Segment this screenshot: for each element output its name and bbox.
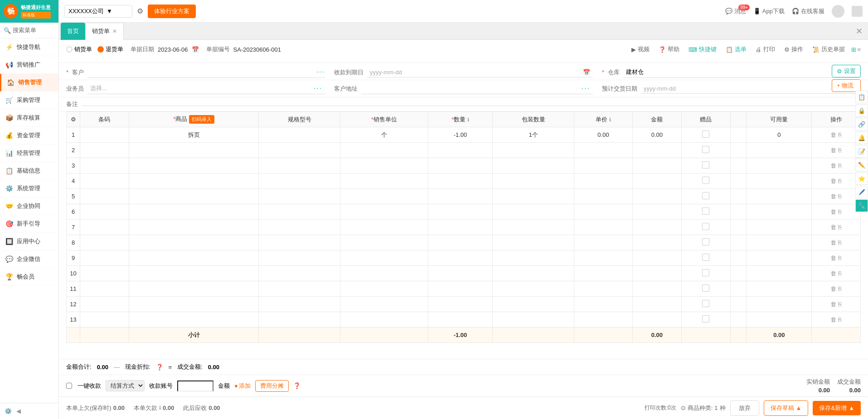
copy-icon-1[interactable]: ⎘ <box>838 131 842 138</box>
gift-checkbox[interactable] <box>702 161 709 169</box>
delete-icon[interactable]: 🗑 <box>830 193 836 200</box>
delete-icon[interactable]: 🗑 <box>830 301 836 308</box>
sidebar-collapse-btn[interactable]: ◀ <box>16 408 21 414</box>
radio-sale[interactable]: 销货单 <box>66 45 92 53</box>
abandon-btn[interactable]: 放弃 <box>730 400 759 416</box>
calendar-icon[interactable]: 📅 <box>192 46 199 53</box>
operate-btn[interactable]: ⚙ 操作 <box>781 44 806 54</box>
online-service-btn[interactable]: 🎧 在线客服 <box>792 7 824 15</box>
user-avatar[interactable] <box>832 5 844 18</box>
right-tool-9[interactable]: 🔧 <box>855 199 868 212</box>
radio-return[interactable]: 退货单 <box>97 45 123 53</box>
gift-checkbox[interactable] <box>702 269 709 276</box>
right-tool-6[interactable]: ✏️ <box>855 159 868 171</box>
delete-icon[interactable]: 🗑 <box>830 239 836 246</box>
save-new-btn[interactable]: 保存&新增 ▲ <box>813 401 861 415</box>
sidebar-item-appstore[interactable]: 🔲 应用中心 <box>0 233 58 250</box>
sidebar-item-guide[interactable]: 🎯 新手引导 <box>0 215 58 233</box>
row-product-1[interactable]: 拆页 <box>129 127 259 143</box>
right-tool-7[interactable]: ⭐ <box>855 172 868 185</box>
copy-icon[interactable]: ⎘ <box>838 301 842 308</box>
copy-icon[interactable]: ⎘ <box>838 224 842 231</box>
debt-help-icon[interactable]: ℹ <box>159 405 161 411</box>
sidebar-item-wechat[interactable]: 💬 企业微信 <box>0 250 58 268</box>
close-all-icon[interactable]: ✕ <box>856 27 863 36</box>
add-btn[interactable]: ● 添加 <box>234 382 251 390</box>
sidebar-item-sales[interactable]: 🏠 销售管理 <box>0 74 58 92</box>
video-btn[interactable]: ▶ 视频 <box>629 44 652 54</box>
company-selector[interactable]: XXXXXX公司 ▼ <box>64 5 132 18</box>
sidebar-item-basic[interactable]: 📋 基础信息 <box>0 162 58 180</box>
row-qty-1[interactable]: -1.00 <box>428 127 493 143</box>
right-tool-8[interactable]: 🖊️ <box>855 186 868 198</box>
delete-icon[interactable]: 🗑 <box>830 162 836 169</box>
gift-checkbox[interactable] <box>702 207 709 215</box>
history-btn[interactable]: 📜 历史单据 <box>810 44 848 54</box>
date-value[interactable]: 2023-06-06 <box>158 46 188 53</box>
gift-checkbox[interactable] <box>702 238 709 246</box>
salesman-input[interactable]: 选择... ··· <box>87 83 325 94</box>
delete-icon[interactable]: 🗑 <box>830 208 836 215</box>
copy-icon[interactable]: ⎘ <box>838 270 842 277</box>
gift-checkbox[interactable] <box>702 192 709 199</box>
app-download-btn[interactable]: 📱 App下载 <box>753 7 785 15</box>
sidebar-search[interactable]: 🔍 搜索菜单 <box>0 23 58 39</box>
customer-input[interactable]: ··· <box>87 67 325 78</box>
row-spec-1[interactable] <box>259 127 340 143</box>
sidebar-item-inventory[interactable]: 📦 库存核算 <box>0 109 58 127</box>
shortcut-btn[interactable]: ⌨ 快捷键 <box>686 44 719 54</box>
delete-icon[interactable]: 🗑 <box>830 316 836 323</box>
copy-icon[interactable]: ⎘ <box>838 316 842 323</box>
select-btn[interactable]: 📋 选单 <box>723 44 749 54</box>
row-unit-1[interactable]: 个 <box>340 127 428 143</box>
copy-icon[interactable]: ⎘ <box>838 193 842 200</box>
right-tool-5[interactable]: 📝 <box>855 145 868 158</box>
gift-checkbox[interactable] <box>702 315 709 323</box>
copy-icon[interactable]: ⎘ <box>838 178 842 184</box>
tab-sales-order[interactable]: 销货单 ✕ <box>85 23 124 40</box>
delete-icon[interactable]: 🗑 <box>830 178 836 184</box>
notes-input[interactable] <box>82 103 861 106</box>
gift-checkbox[interactable] <box>702 177 709 184</box>
settings-gear-icon[interactable]: ⚙ <box>137 7 143 15</box>
account-input[interactable] <box>177 380 213 391</box>
sidebar-item-corp[interactable]: 🤝 企业协同 <box>0 197 58 215</box>
setting-btn[interactable]: ⚙ 设置 <box>832 65 861 77</box>
grid-view-icon[interactable]: ⊞ <box>851 46 856 53</box>
help-btn[interactable]: ❓ 帮助 <box>656 44 682 54</box>
trial-btn[interactable]: 体验行业方案 <box>148 5 196 18</box>
right-tool-3[interactable]: 🔗 <box>855 118 868 130</box>
delete-icon[interactable]: 🗑 <box>830 285 836 292</box>
sidebar-item-marketing[interactable]: 📢 营销推广 <box>0 56 58 74</box>
sidebar-item-business[interactable]: 📊 经营管理 <box>0 144 58 162</box>
message-btn[interactable]: 💬 消息 99+ <box>725 7 746 15</box>
delete-icon[interactable]: 🗑 <box>830 270 836 277</box>
settle-method-select[interactable]: 结算方式 <box>106 380 145 391</box>
row-amount-1[interactable]: 0.00 <box>632 127 681 143</box>
expected-date-input[interactable]: yyyy-mm-dd 📅 <box>641 84 861 94</box>
one-click-checkbox[interactable] <box>66 383 72 389</box>
tab-home[interactable]: 首页 <box>61 23 85 40</box>
tab-close-all[interactable]: ✕ <box>856 26 866 36</box>
copy-icon[interactable]: ⎘ <box>838 208 842 215</box>
row-barcode-1[interactable] <box>80 127 129 143</box>
collection-date-input[interactable]: yyyy-mm-dd 📅 <box>367 67 593 77</box>
delete-icon[interactable]: 🗑 <box>830 147 836 154</box>
copy-icon[interactable]: ⎘ <box>838 239 842 246</box>
row-pkgqty-1[interactable]: 1个 <box>493 127 574 143</box>
sidebar-settings-btn[interactable]: ⚙️ <box>5 408 12 414</box>
help-circle-icon[interactable]: ❓ <box>156 364 163 371</box>
sidebar-item-purchase[interactable]: 🛒 采购管理 <box>0 92 58 109</box>
delete-icon[interactable]: 🗑 <box>830 224 836 231</box>
th-settings[interactable]: ⚙ <box>67 112 80 127</box>
copy-icon[interactable]: ⎘ <box>838 255 842 261</box>
save-draft-btn[interactable]: 保存草稿 ▲ <box>764 400 809 416</box>
gift-checkbox[interactable] <box>702 284 709 292</box>
gift-checkbox[interactable] <box>702 254 709 261</box>
right-tool-4[interactable]: 🔔 <box>855 131 868 144</box>
gift-checkbox[interactable] <box>702 300 709 307</box>
row-price-1[interactable]: 0.00 <box>574 127 633 143</box>
right-tool-2[interactable]: 🔒 <box>855 104 868 117</box>
sidebar-item-shortcut[interactable]: ⚡ 快捷导航 <box>0 39 58 56</box>
scan-btn[interactable]: 扫码录入 <box>189 115 214 124</box>
